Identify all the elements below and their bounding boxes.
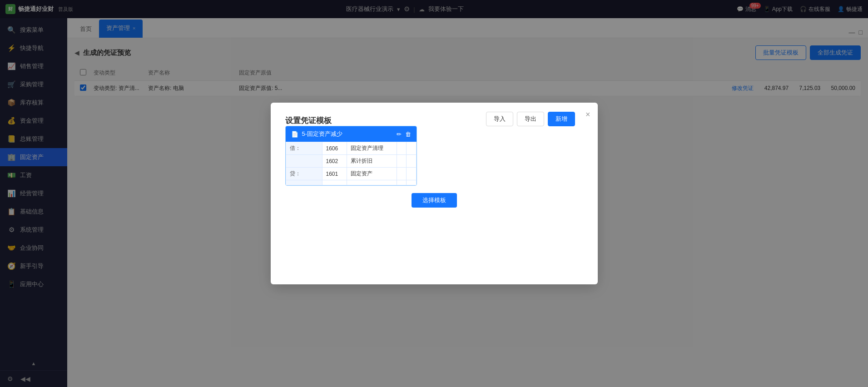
template-row-4-amount: [397, 180, 407, 185]
template-row-1-code: 1606: [322, 142, 347, 155]
template-row-4-remark: [407, 180, 416, 185]
template-row-1-side: 借：: [286, 142, 322, 155]
template-row-4-code: [322, 180, 347, 185]
template-row-1: 借： 1606 固定资产清理: [286, 142, 416, 155]
template-row-2-code: 1602: [322, 155, 347, 168]
select-template-btn[interactable]: 选择模板: [412, 193, 457, 208]
modal-overlay: 设置凭证模板 × 导入 导出 新增 📄 5-固定资产减少 ✏ 🗑: [0, 0, 868, 387]
modal-title: 设置凭证模板: [285, 116, 332, 125]
template-row-3-code: 1601: [322, 168, 347, 180]
template-row-2-amount: [397, 155, 407, 168]
select-template-area: 选择模板: [285, 193, 583, 208]
import-btn[interactable]: 导入: [486, 112, 513, 126]
template-doc-icon: 📄: [291, 131, 298, 138]
template-row-3-remark: [407, 168, 416, 180]
template-card-header: 📄 5-固定资产减少 ✏ 🗑: [286, 126, 417, 142]
template-row-1-name: 固定资产清理: [347, 142, 397, 155]
template-card-header-left: 📄 5-固定资产减少: [291, 130, 343, 138]
template-row-2-side: [286, 155, 322, 168]
template-card: 📄 5-固定资产减少 ✏ 🗑 借： 1606 固定资产清理: [285, 126, 417, 186]
template-row-3-name: 固定资产: [347, 168, 397, 180]
template-card-actions: ✏ 🗑: [397, 131, 411, 138]
template-row-3-side: 贷：: [286, 168, 322, 180]
modal-header-actions: 导入 导出 新增: [486, 112, 575, 126]
template-row-4-side: [286, 180, 322, 185]
template-delete-icon[interactable]: 🗑: [405, 131, 411, 138]
modal-close-btn[interactable]: ×: [585, 110, 590, 119]
template-row-3: 贷： 1601 固定资产: [286, 168, 416, 180]
template-row-4-name: [347, 180, 397, 185]
template-row-3-amount: [397, 168, 407, 180]
template-row-1-remark: [407, 142, 416, 155]
template-table: 借： 1606 固定资产清理 1602 累计折旧 贷：: [286, 142, 417, 185]
modal-set-voucher-template: 设置凭证模板 × 导入 导出 新增 📄 5-固定资产减少 ✏ 🗑: [271, 103, 598, 284]
template-edit-icon[interactable]: ✏: [397, 131, 402, 138]
new-btn[interactable]: 新增: [548, 112, 575, 126]
template-row-2-remark: [407, 155, 416, 168]
export-btn[interactable]: 导出: [517, 112, 544, 126]
template-row-4: [286, 180, 416, 185]
template-row-2: 1602 累计折旧: [286, 155, 416, 168]
template-row-2-name: 累计折旧: [347, 155, 397, 168]
template-header-label: 5-固定资产减少: [302, 130, 343, 138]
template-row-1-amount: [397, 142, 407, 155]
